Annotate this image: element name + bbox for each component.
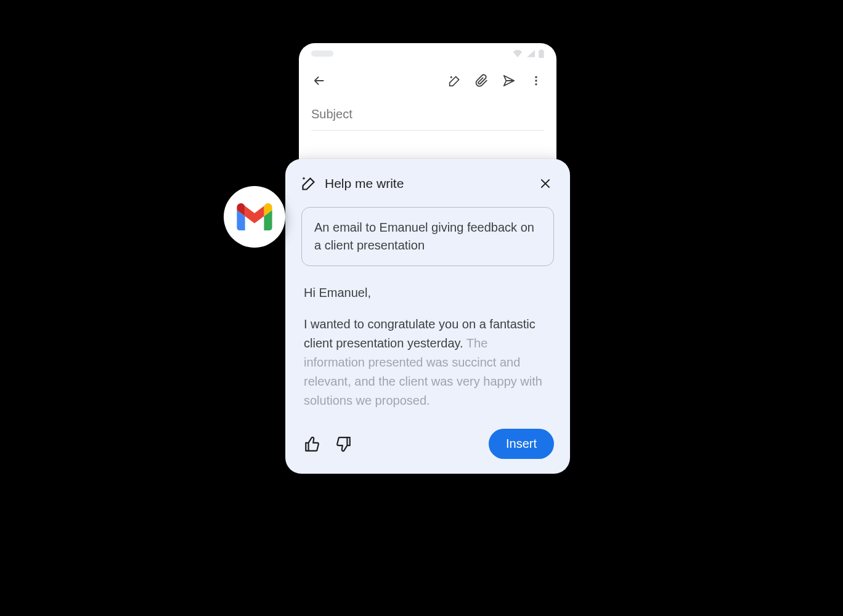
insert-button[interactable]: Insert bbox=[489, 429, 554, 459]
prompt-input[interactable]: An email to Emanuel giving feedback on a… bbox=[301, 207, 554, 266]
magic-write-button[interactable] bbox=[446, 71, 464, 90]
generated-draft: Hi Emanuel, I wanted to congratulate you… bbox=[301, 283, 554, 410]
svg-point-1 bbox=[535, 79, 537, 81]
draft-greeting: Hi Emanuel, bbox=[304, 283, 552, 302]
magic-pen-icon bbox=[449, 75, 461, 87]
thumbs-up-button[interactable] bbox=[301, 434, 322, 455]
more-vert-icon bbox=[530, 75, 542, 87]
close-icon bbox=[539, 177, 552, 190]
gmail-logo-icon bbox=[237, 203, 272, 230]
send-icon bbox=[502, 74, 516, 87]
panel-actions: Insert bbox=[301, 429, 554, 459]
svg-point-0 bbox=[535, 76, 537, 78]
magic-pen-icon bbox=[301, 176, 316, 191]
back-icon bbox=[312, 74, 326, 87]
attach-button[interactable] bbox=[473, 71, 491, 90]
send-button[interactable] bbox=[500, 71, 518, 90]
status-icons bbox=[513, 49, 544, 58]
subject-input[interactable] bbox=[311, 103, 544, 131]
thumbs-down-button[interactable] bbox=[333, 434, 354, 455]
draft-body-primary: I wanted to congratulate you on a fantas… bbox=[304, 317, 536, 350]
svg-point-2 bbox=[535, 83, 537, 85]
back-button[interactable] bbox=[310, 71, 328, 90]
compose-screen bbox=[299, 43, 556, 166]
battery-icon bbox=[539, 49, 544, 58]
wifi-icon bbox=[513, 50, 523, 57]
thumbs-down-icon bbox=[336, 436, 352, 452]
panel-header: Help me write bbox=[301, 175, 554, 192]
overflow-button[interactable] bbox=[527, 71, 545, 90]
paperclip-icon bbox=[475, 74, 489, 87]
close-button[interactable] bbox=[537, 175, 554, 192]
thumbs-up-icon bbox=[304, 436, 320, 452]
panel-title: Help me write bbox=[325, 176, 528, 191]
help-me-write-panel: Help me write An email to Emanuel giving… bbox=[285, 159, 570, 474]
cell-signal-icon bbox=[526, 50, 535, 57]
compose-app-bar bbox=[299, 64, 556, 97]
status-pill bbox=[311, 51, 333, 57]
subject-row bbox=[299, 97, 556, 131]
status-bar bbox=[299, 43, 556, 64]
gmail-badge bbox=[224, 186, 285, 248]
